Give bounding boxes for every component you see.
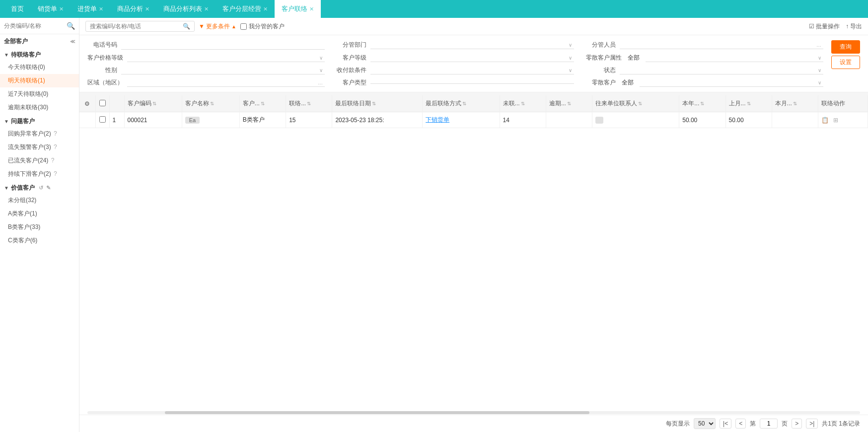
sidebar-item-a-class[interactable]: A类客户(1) [0,207,79,220]
filter-status-select[interactable]: ∨ [620,67,823,74]
nav-customer-contact[interactable]: 客户联络 ✕ [275,0,321,18]
row-checkbox[interactable] [99,116,106,123]
sidebar-item-today[interactable]: 今天待联络(0) [0,61,79,74]
sidebar-item-repurchase-abnormal[interactable]: 回购异常客户(2) ? [0,127,79,141]
nav-customer-contact-label: 客户联络 [282,4,307,13]
filter-retail-attr-select[interactable]: ∨ [646,54,823,62]
collapse-icon[interactable]: ≪ [70,39,75,44]
filter-payment-select[interactable]: ∨ [370,67,574,74]
th-gear[interactable]: ⚙ [79,95,95,112]
search-icon[interactable]: 🔍 [183,23,190,30]
sidebar-item-tomorrow[interactable]: 明天待联络(1) [0,74,79,87]
all-customers-title[interactable]: 全部客户 ≪ [0,34,79,48]
filter-customer-type-label: 客户类型 [337,78,366,87]
sidebar-search-input[interactable] [4,22,67,29]
th-unit-contact[interactable]: 往来单位联系人⇅ [592,95,679,112]
checkbox-icon: ☑ [809,23,814,30]
pagination-bar: 每页显示 50 |< < 第 页 > >| 共1页 1条记录 [79,415,868,432]
th-this-year[interactable]: 本年...⇅ [679,95,725,112]
problem-customers-group-title[interactable]: ▼ 问题客户 [0,114,79,127]
td-checkbox[interactable] [95,112,109,128]
th-uncontacted[interactable]: 未联...⇅ [500,95,546,112]
filter-row-2: 客户价格等级 ∨ 客户等级 ∨ [87,54,823,62]
last-page-button[interactable]: >| [806,419,818,429]
nav-purchase[interactable]: 进货单 ✕ [71,0,110,18]
sidebar-item-continuous-decline[interactable]: 持续下滑客户(2) ? [0,167,79,181]
nav-sales-close[interactable]: ✕ [59,6,64,12]
filter-customer-level-label: 客户等级 [337,54,366,62]
filter-customer-type-select[interactable] [370,81,574,84]
table-container: ⚙ 客户编码⇅ 客户名称⇅ 客户...⇅ 联络...⇅ 最后联络日期⇅ 最后联络… [79,95,868,411]
sidebar-search-icon[interactable]: 🔍 [67,22,75,30]
action-icon-1[interactable]: 📋 [821,117,829,124]
th-code[interactable]: 客户编码⇅ [124,95,182,112]
th-this-month[interactable]: 本月...⇅ [772,95,818,112]
filter-gender-select[interactable]: ∨ [121,67,325,74]
filter-phone-input[interactable] [121,40,325,50]
nav-sales[interactable]: 销货单 ✕ [31,0,71,18]
filter-panel: 电话号码 分管部门 ∨ 分管人员 [79,35,868,92]
th-category[interactable]: 客户...⇅ [239,95,286,112]
batch-action-button[interactable]: ☑ 批量操作 [809,22,840,31]
filter-manager-select[interactable]: … [620,41,823,49]
prev-page-button[interactable]: < [735,419,746,429]
nav-product-analysis-close[interactable]: ✕ [145,6,149,12]
nav-customer-tier[interactable]: 客户分层经营 ✕ [216,0,275,18]
sidebar-item-lost[interactable]: 已流失客户(24) ? [0,154,79,167]
sidebar-item-b-class[interactable]: B类客户(33) [0,220,79,234]
sidebar-item-ungrouped[interactable]: 未分组(32) [0,194,79,207]
filter-price-level-select[interactable]: ∨ [127,54,325,62]
nav-purchase-label: 进货单 [77,4,97,13]
th-overdue[interactable]: 逾期...⇅ [546,95,592,112]
first-page-button[interactable]: |< [720,419,731,429]
th-last-month[interactable]: 上月...⇅ [725,95,772,112]
nav-product-analysis-table[interactable]: 商品分析列表 ✕ [156,0,216,18]
td-this-month [772,112,818,128]
pending-contact-group-title[interactable]: ▼ 待联络客户 [0,48,79,61]
filter-region-label: 区域（地区） [87,78,123,87]
filter-dept-select[interactable]: ∨ [370,41,574,49]
filter-payment-label: 收付款条件 [337,66,366,74]
th-name[interactable]: 客户名称⇅ [182,95,239,112]
th-index [109,95,124,112]
th-contact[interactable]: 联络...⇅ [286,95,332,112]
td-last-contact-method[interactable]: 下销货单 [423,112,500,128]
sidebar-item-lost-risk[interactable]: 流失预警客户(3) ? [0,141,79,154]
query-button[interactable]: 查询 [831,40,860,54]
nav-product-analysis[interactable]: 商品分析 ✕ [110,0,156,18]
scrollbar-area [79,411,868,415]
scrollbar-thumb[interactable] [165,411,590,414]
edit-icon[interactable]: ✎ [46,185,51,191]
search-bar: 🔍 ▼ 更多条件 ▲ 我分管的客户 ☑ 批量操作 ↑ 导出 [79,18,868,35]
th-last-contact-date[interactable]: 最后联络日期⇅ [332,95,423,112]
th-last-contact-method[interactable]: 最后联络方式⇅ [423,95,500,112]
settings-button[interactable]: 设置 [831,56,860,69]
sidebar-item-c-class[interactable]: C类客户(6) [0,234,79,247]
page-input[interactable] [760,419,778,429]
per-page-select[interactable]: 50 [694,418,716,429]
sidebar-item-overdue[interactable]: 逾期未联络(30) [0,101,79,114]
refresh-icon[interactable]: ↺ [39,185,43,191]
filter-gender-label: 性别 [87,66,117,74]
sidebar-item-week[interactable]: 近7天待联络(0) [0,87,79,101]
action-icon-2[interactable]: ⊞ [833,117,838,124]
th-checkbox[interactable] [95,95,109,112]
last-contact-method-link[interactable]: 下销货单 [426,116,449,123]
nav-purchase-close[interactable]: ✕ [99,6,103,12]
scrollbar-track[interactable] [87,411,860,414]
filter-region-select[interactable]: … [127,79,325,87]
select-all-checkbox[interactable] [99,100,106,106]
next-page-button[interactable]: > [792,419,802,429]
filter-customer-level-select[interactable]: ∨ [370,54,574,62]
my-customers-checkbox[interactable] [240,23,247,30]
filter-retail-customer-select[interactable]: ∨ [640,79,823,87]
export-icon: ↑ [846,23,849,30]
export-button[interactable]: ↑ 导出 [846,22,862,31]
value-customers-group-title[interactable]: ▼ 价值客户 ↺ ✎ [0,181,79,194]
more-filters-button[interactable]: ▼ 更多条件 ▲ [199,22,236,31]
nav-customer-contact-close[interactable]: ✕ [309,6,314,12]
nav-product-analysis-table-close[interactable]: ✕ [204,6,209,12]
search-input[interactable] [90,23,183,30]
nav-home[interactable]: 首页 [4,0,31,18]
nav-customer-tier-close[interactable]: ✕ [263,6,268,12]
